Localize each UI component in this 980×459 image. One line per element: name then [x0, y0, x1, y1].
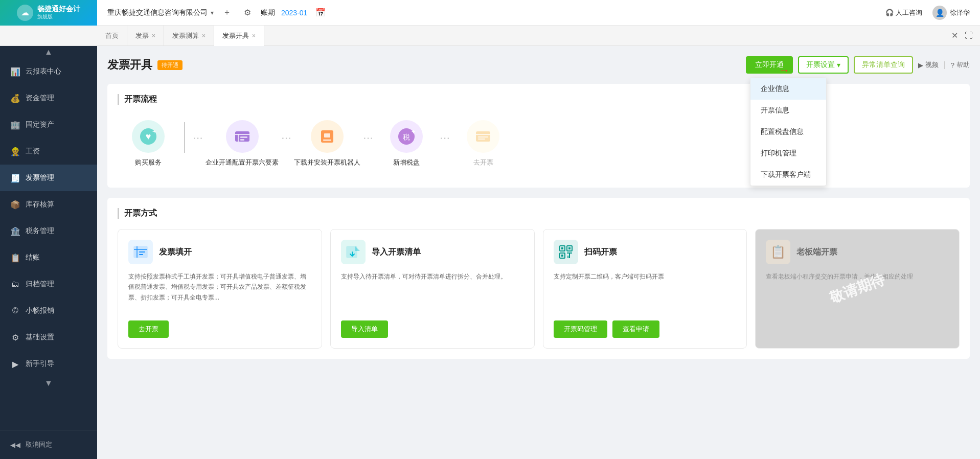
scan-buttons: 开票码管理 查看申请	[554, 320, 737, 338]
new-guide-icon: ▶	[10, 359, 20, 369]
method-header-manual: 发票填开	[128, 240, 311, 264]
tab-home-label: 首页	[105, 31, 119, 40]
tab-close-button[interactable]: ✕	[947, 29, 962, 43]
process-section: 开票流程 ♥ + 购买服务 ···	[107, 84, 970, 188]
pin-label: 取消固定	[26, 440, 52, 449]
sidebar-label-settlement: 结账	[26, 253, 40, 262]
page-header: 发票开具 待开通 立即开通 开票设置 ▾ 异常清单查询 ▶ 视频 | ? 帮助	[107, 56, 970, 74]
page-actions: 立即开通 开票设置 ▾ 异常清单查询 ▶ 视频 | ? 帮助	[746, 56, 970, 74]
sidebar-bottom: ◀◀ 取消固定	[0, 430, 97, 459]
sidebar-label-fund-mgmt: 资金管理	[26, 94, 54, 103]
company-chevron-icon: ▾	[211, 9, 214, 16]
settings-button[interactable]: ⚙	[240, 6, 255, 20]
sidebar-item-inventory[interactable]: 📦 库存核算	[0, 191, 97, 218]
sidebar-item-fixed-assets[interactable]: 🏢 固定资产	[0, 111, 97, 138]
method-section-title: 开票方式	[118, 208, 960, 219]
dropdown-item-tax-disk[interactable]: 配置税盘信息	[750, 121, 826, 143]
sidebar-item-new-guide[interactable]: ▶ 新手引导	[0, 351, 97, 377]
sidebar-label-invoice-mgmt: 发票管理	[26, 173, 54, 182]
abnormal-list-button[interactable]: 异常清单查询	[854, 56, 913, 74]
process-label-download: 下载并安装开票机器人	[294, 158, 360, 167]
video-button[interactable]: ▶ 视频	[918, 60, 939, 70]
company-selector[interactable]: 重庆畅捷交通信息咨询有限公司 ▾	[107, 8, 214, 17]
sidebar-scroll-down[interactable]: ▼	[0, 377, 97, 389]
headphone-icon: 🎧	[885, 9, 894, 16]
method-card-import: 导入开票清单 支持导入待开票清单，可对待开票清单进行拆分、合并处理。 导入清单	[330, 229, 535, 349]
dropdown-item-download-client[interactable]: 下载开票客户端	[750, 164, 826, 186]
process-arrow-1: ···	[193, 130, 203, 157]
process-step-buy: ♥ + 购买服务	[118, 120, 179, 167]
main-layout: ▲ 📊 云报表中心 💰 资金管理 🏢 固定资产 👷 工资 🧾 发票管理 📦 库存…	[0, 46, 980, 459]
process-step-tax-disk: 税 + 新增税盘	[376, 120, 437, 167]
tab-invoice-open-close[interactable]: ×	[252, 32, 256, 39]
app-sub: 旗舰版	[37, 13, 80, 20]
view-apply-button[interactable]: 查看申请	[612, 320, 659, 338]
sidebar-label-inventory: 库存核算	[26, 200, 54, 209]
go-invoice-button[interactable]: 去开票	[128, 320, 169, 338]
tab-invoice-calc-close[interactable]: ×	[202, 32, 206, 39]
service-label: 人工咨询	[896, 8, 922, 17]
tab-home[interactable]: 首页	[97, 26, 127, 46]
sidebar-item-settlement[interactable]: 📋 结账	[0, 244, 97, 271]
manual-fill-desc: 支持按照发票样式手工填开发票；可开具增值税电子普通发票、增值税普通发票、增值税专…	[128, 271, 311, 312]
method-header-import: 导入开票清单	[341, 240, 524, 264]
go-invoice-icon	[467, 120, 499, 153]
sidebar-item-invoice-mgmt[interactable]: 🧾 发票管理	[0, 165, 97, 191]
process-label-tax-disk: 新增税盘	[393, 158, 420, 167]
sidebar-scroll-up[interactable]: ▲	[0, 46, 97, 58]
sidebar-item-cloud-report[interactable]: 📊 云报表中心	[0, 58, 97, 85]
service-button[interactable]: 🎧 人工咨询	[885, 8, 922, 17]
fund-mgmt-icon: 💰	[10, 94, 20, 103]
qr-manage-button[interactable]: 开票码管理	[554, 320, 607, 338]
process-step-go-invoice: 去开票	[452, 120, 514, 167]
company-info-label: 企业信息	[761, 84, 789, 94]
tab-invoice-open[interactable]: 发票开具 ×	[214, 26, 264, 46]
tab-invoice-close[interactable]: ×	[152, 32, 155, 39]
sidebar-pin-button[interactable]: ◀◀ 取消固定	[0, 434, 97, 455]
separator: |	[944, 60, 946, 70]
status-badge: 待开通	[157, 60, 183, 70]
top-header: ☁ 畅捷通好会计 旗舰版 重庆畅捷交通信息咨询有限公司 ▾ ＋ ⚙ 账期 202…	[0, 0, 980, 26]
manual-fill-icon	[128, 240, 153, 264]
import-list-button[interactable]: 导入清单	[341, 320, 388, 338]
svg-text:+: +	[412, 128, 416, 135]
tab-invoice-calc[interactable]: 发票测算 ×	[164, 26, 214, 46]
process-step-config: 企业开通配置开票六要素	[206, 120, 279, 167]
dropdown-item-invoice-info[interactable]: 开票信息	[750, 100, 826, 121]
period-value[interactable]: 2023-01	[281, 9, 307, 17]
app-name: 畅捷通好会计	[37, 5, 80, 13]
svg-rect-29	[561, 255, 563, 257]
settings-dropdown-button[interactable]: 开票设置 ▾	[798, 56, 849, 74]
dropdown-item-printer[interactable]: 打印机管理	[750, 143, 826, 164]
calendar-icon[interactable]: 📅	[313, 6, 328, 20]
tab-maximize-button[interactable]: ⛶	[962, 29, 976, 43]
method-card-manual: 发票填开 支持按照发票样式手工填开发票；可开具增值税电子普通发票、增值税普通发票…	[118, 229, 322, 349]
sidebar-item-fund-mgmt[interactable]: 💰 资金管理	[0, 85, 97, 111]
dropdown-item-company-info[interactable]: 企业信息	[750, 78, 826, 100]
svg-rect-10	[323, 140, 331, 141]
printer-label: 打印机管理	[761, 149, 796, 158]
add-company-button[interactable]: ＋	[220, 6, 234, 20]
sidebar-item-basic-settings[interactable]: ⚙ 基础设置	[0, 324, 97, 351]
method-card-scan: 扫码开票 支持定制开票二维码，客户端可扫码开票 开票码管理 查看申请	[543, 229, 747, 349]
user-area[interactable]: 👤 徐泽华	[932, 6, 970, 20]
methods-grid: 发票填开 支持按照发票样式手工填开发票；可开具增值税电子普通发票、增值税普通发票…	[118, 229, 960, 349]
logo-area: ☁ 畅捷通好会计 旗舰版	[0, 0, 97, 26]
svg-rect-27	[561, 247, 563, 249]
boss-overlay-text: 敬请期待	[827, 270, 887, 308]
sidebar-item-salary[interactable]: 👷 工资	[0, 138, 97, 165]
process-label-go-invoice: 去开票	[473, 158, 493, 167]
sidebar-item-xiao-bao[interactable]: © 小畅报销	[0, 297, 97, 324]
basic-settings-icon: ⚙	[10, 333, 20, 342]
help-button[interactable]: ? 帮助	[951, 60, 970, 70]
sidebar-item-tax-mgmt[interactable]: 🏦 税务管理	[0, 218, 97, 244]
archive-icon: 🗂	[10, 280, 20, 289]
svg-rect-16	[478, 136, 488, 137]
invoice-mgmt-icon: 🧾	[10, 173, 20, 183]
import-list-title: 导入开票清单	[372, 247, 421, 258]
salary-icon: 👷	[10, 147, 20, 156]
sidebar-item-archive[interactable]: 🗂 归档管理	[0, 271, 97, 297]
tab-invoice[interactable]: 发票 ×	[127, 26, 164, 46]
sidebar-label-new-guide: 新手引导	[26, 359, 54, 369]
process-arrow-2: ···	[281, 130, 291, 157]
